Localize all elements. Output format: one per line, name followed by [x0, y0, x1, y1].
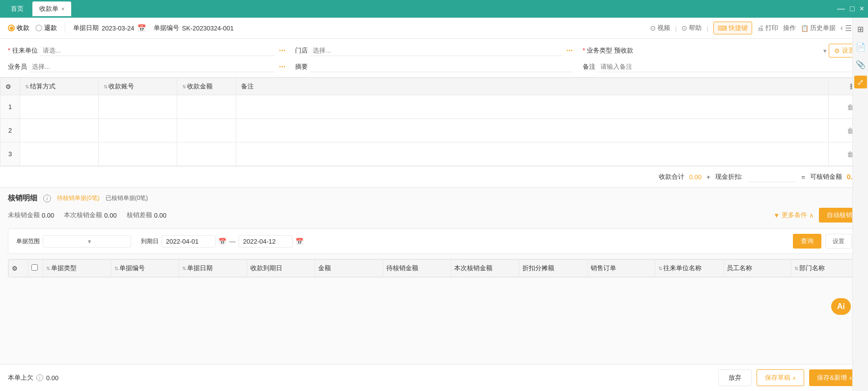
- date-from-icon[interactable]: 📅: [218, 238, 226, 245]
- history-btn[interactable]: 📋 历史单据: [801, 24, 836, 32]
- writeoff-title: 核销明细: [8, 194, 37, 203]
- account-sort[interactable]: ⇅: [104, 84, 108, 89]
- shop-field: 门店 ···: [295, 45, 572, 56]
- date-from-input[interactable]: [162, 235, 216, 248]
- writeoff-info-icon[interactable]: i: [43, 195, 51, 202]
- doc-range-select[interactable]: ▾: [43, 235, 131, 248]
- col-settings-header[interactable]: ⚙: [0, 78, 20, 95]
- filter-actions: 查询 设置: [793, 234, 852, 249]
- sidebar-doc-icon[interactable]: 📄: [854, 40, 867, 53]
- bottom-col-doc-date: ⇅ 单据日期: [179, 260, 247, 277]
- row-2-note[interactable]: [236, 119, 829, 142]
- sidebar-table-icon[interactable]: ⊞: [854, 23, 867, 35]
- footer-info-icon[interactable]: i: [36, 374, 43, 381]
- tab-home[interactable]: 首页: [4, 1, 30, 16]
- row-3-account[interactable]: [99, 142, 177, 166]
- save-draft-label: 保存草稿: [765, 373, 790, 382]
- history-icon: 📋: [801, 25, 809, 32]
- row-num-2: 2: [0, 119, 20, 142]
- row-1-note[interactable]: [236, 95, 829, 119]
- help-btn[interactable]: ⊙ 帮助: [681, 24, 702, 32]
- shop-more-icon[interactable]: ···: [566, 46, 572, 55]
- bottom-col-settings[interactable]: ⚙: [9, 260, 28, 277]
- radio-refund[interactable]: 退款: [35, 24, 57, 32]
- bottom-col-doc-num: ⇅ 单据编号: [111, 260, 179, 277]
- bottom-settings-icon: ⚙: [12, 265, 18, 272]
- toolbar-divider: [65, 23, 65, 33]
- col-note-header: 备注: [236, 78, 829, 95]
- list-icon[interactable]: ☰: [845, 24, 852, 33]
- bottom-col-receipt-date: 收款到期日: [247, 260, 315, 277]
- save-draft-btn[interactable]: 保存草稿 ∧: [757, 369, 804, 386]
- maximize-icon[interactable]: □: [850, 4, 855, 13]
- row-2-account[interactable]: [99, 119, 177, 142]
- row-1-amount[interactable]: [177, 95, 236, 119]
- summary-input[interactable]: [310, 61, 572, 72]
- staff-label: 业务员: [8, 62, 27, 71]
- staff-more-icon[interactable]: ···: [279, 62, 285, 71]
- radio-receipt-label: 收款: [17, 24, 29, 32]
- query-btn[interactable]: 查询: [793, 234, 821, 249]
- ai-badge[interactable]: Ai: [831, 298, 851, 315]
- amount-label: 收款金额: [187, 82, 213, 91]
- minimize-icon[interactable]: —: [837, 4, 845, 13]
- date-to-input[interactable]: [239, 235, 293, 248]
- partner-more-icon[interactable]: ···: [279, 46, 285, 55]
- tab-active[interactable]: 收款单 ×: [32, 1, 71, 16]
- discount-input[interactable]: [747, 171, 796, 182]
- row-2-settlement[interactable]: [20, 119, 99, 142]
- bottom-col-partner: ⇅ 往来单位名称: [655, 260, 724, 277]
- row-num-3: 3: [0, 142, 20, 166]
- shortcut-btn[interactable]: ⌨ 快捷键: [713, 22, 752, 34]
- print-icon: 🖨: [757, 24, 764, 32]
- abandon-btn[interactable]: 放弃: [718, 369, 752, 386]
- sidebar-attachment-icon[interactable]: 📎: [854, 58, 867, 71]
- right-sidebar: ⊞ 📄 📎 ⤢: [852, 18, 868, 391]
- operations-btn[interactable]: 操作: [783, 24, 796, 32]
- current-value: 0.00: [104, 212, 116, 219]
- writeoff-header: 核销明细 i 待核销单据(0笔) 已核销单据(0笔): [8, 194, 860, 203]
- settlement-sort[interactable]: ⇅: [25, 84, 29, 89]
- pending-tab[interactable]: 待核销单据(0笔): [57, 194, 100, 202]
- settlement-label: 结算方式: [30, 82, 55, 91]
- video-btn[interactable]: ⊙ 视频: [650, 24, 670, 32]
- print-btn[interactable]: 🖨 打印: [757, 24, 778, 32]
- settings-small-btn[interactable]: 设置: [825, 234, 852, 249]
- business-type-chevron[interactable]: ▾: [823, 47, 827, 55]
- staff-field: 业务员 ···: [8, 61, 285, 72]
- bottom-col-sales-order: 销售订单: [587, 260, 655, 277]
- row-2-amount[interactable]: [177, 119, 236, 142]
- summary-row: 收款合计 0.00 + 现金折扣: = 可核销金额 0.00: [0, 167, 868, 188]
- form-row-1: 往来单位 ··· 门店 ··· 业务类型 预收款 ▾ ⚙ 设置: [8, 44, 860, 57]
- bottom-col-staff: 员工名称: [723, 260, 791, 277]
- date-to-icon[interactable]: 📅: [296, 238, 303, 245]
- row-1-settlement[interactable]: [20, 95, 99, 119]
- row-3-amount[interactable]: [177, 142, 236, 166]
- sidebar-expand-icon[interactable]: ⤢: [854, 76, 867, 88]
- chevron-up-icon: ∧: [809, 212, 814, 219]
- date-value: 2023-03-24: [102, 25, 135, 32]
- close-window-icon[interactable]: ×: [860, 4, 864, 13]
- prev-icon[interactable]: ‹: [841, 24, 843, 33]
- tab-close-icon[interactable]: ×: [61, 6, 64, 12]
- doc-range-label: 单据范围: [16, 237, 40, 246]
- staff-input[interactable]: [29, 61, 275, 72]
- print-label: 打印: [765, 24, 778, 32]
- select-all-checkbox[interactable]: [31, 264, 38, 271]
- bottom-col-current: 本次核销金额: [451, 260, 519, 277]
- row-3-settlement[interactable]: [20, 142, 99, 166]
- bottom-col-checkbox[interactable]: [28, 260, 43, 277]
- more-conditions-btn[interactable]: ▼ 更多条件 ∧: [773, 211, 814, 220]
- note-input[interactable]: [597, 61, 860, 72]
- partner-input[interactable]: [40, 45, 275, 56]
- radio-receipt[interactable]: 收款: [8, 24, 29, 32]
- calendar-icon[interactable]: 📅: [137, 24, 146, 32]
- row-3-note[interactable]: [236, 142, 829, 166]
- done-tab[interactable]: 已核销单据(0笔): [106, 194, 148, 202]
- row-1-account[interactable]: [99, 95, 177, 119]
- shop-input[interactable]: [310, 45, 562, 56]
- diff-stat: 核销差额 0.00: [127, 211, 166, 220]
- partner-field: 往来单位 ···: [8, 45, 285, 56]
- amount-sort[interactable]: ⇅: [182, 84, 186, 89]
- unreceived-stat: 未核销金额 0.00: [8, 211, 54, 220]
